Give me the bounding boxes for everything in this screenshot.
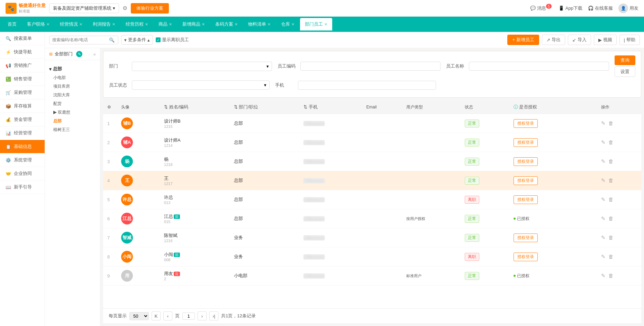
auth-button[interactable]: 授权登录 (514, 119, 538, 128)
sidebar-item-sales[interactable]: 💹 销售管理 (0, 72, 45, 86)
edit-icon[interactable]: ✎ (601, 215, 606, 222)
tab-customer[interactable]: 客户联络✕ (22, 18, 54, 30)
import-button[interactable]: ↙ 导入 (568, 35, 591, 45)
sidebar-item-shortcut[interactable]: ⚡ 快捷导航 (0, 45, 45, 59)
tab-warehouse[interactable]: 仓库✕ (276, 18, 299, 30)
tab-bom[interactable]: 物料清单✕ (243, 18, 275, 30)
sidebar-item-inventory[interactable]: 📦 库存核算 (0, 99, 45, 113)
sidebar-item-system[interactable]: ⚙️ 系统管理 (0, 153, 45, 167)
system-title[interactable]: 装备及固定资产辅助管理系统 ▾ (49, 3, 119, 13)
search-bar[interactable]: 🔍 (49, 36, 118, 44)
col-dept[interactable]: ⇅ 部门/职位 (230, 100, 300, 114)
row-email (362, 266, 402, 285)
auth-button[interactable]: 授权登录 (514, 253, 538, 261)
tab-business-status[interactable]: 经营情况✕ (55, 18, 87, 30)
app-download-item[interactable]: 📱 App下载 (559, 5, 582, 11)
sidebar-item-purchase[interactable]: 🛒 采购管理 (0, 86, 45, 99)
chevron-down-icon: ▾ (266, 64, 269, 69)
delete-icon[interactable]: 🗑 (608, 273, 614, 279)
user-item[interactable]: 👤 用友 (618, 3, 638, 13)
main-layout: 🔍 搜索菜单 ⚡ 快捷导航 📢 营销推广 💹 销售管理 🛒 采购管理 📦 库存核… (0, 32, 644, 326)
help-button[interactable]: | 帮助 (619, 35, 640, 45)
dept-header-zongbu[interactable]: ▾ 总部 (45, 64, 100, 73)
tab-barcode[interactable]: 条码方案✕ (210, 18, 243, 30)
settings-icon[interactable]: ⚙ (123, 5, 127, 11)
tab-goods[interactable]: 商品✕ (154, 18, 177, 30)
auth-button[interactable]: 授权登录 (514, 138, 538, 147)
dept-item-peihuo[interactable]: 配货 (45, 99, 100, 108)
page-number-input[interactable] (182, 312, 195, 320)
dept-item-project[interactable]: 项目库房 (45, 82, 100, 91)
set-button[interactable]: 设置 (615, 67, 635, 77)
tab-add-goods[interactable]: 新增商品✕ (178, 18, 210, 30)
sidebar-item-search[interactable]: 🔍 搜索菜单 (0, 32, 45, 45)
dept-item-shenyang[interactable]: 沈阳大库 (45, 91, 100, 99)
sidebar-item-collab[interactable]: 🤝 企业协同 (0, 167, 45, 180)
col-phone[interactable]: ⇅ 手机 (299, 100, 362, 114)
delete-icon[interactable]: 🗑 (608, 120, 614, 126)
sidebar-item-operations[interactable]: 📊 经营管理 (0, 126, 45, 140)
query-button[interactable]: 查询 (615, 55, 635, 65)
collapse-icon[interactable]: « (93, 52, 96, 57)
dept-item-zongbu[interactable]: 总部 (45, 117, 100, 125)
edit-icon[interactable]: ✎ (601, 158, 606, 165)
edit-icon[interactable]: ✎ (601, 273, 606, 279)
view-button[interactable]: ▶ 视频 (594, 35, 617, 45)
search-input[interactable] (52, 37, 108, 42)
col-settings[interactable]: ⚙ (103, 100, 117, 114)
edit-icon[interactable]: ✎ (601, 196, 606, 203)
phone-input[interactable] (298, 81, 436, 90)
delete-icon[interactable]: 🗑 (608, 215, 614, 222)
edit-icon[interactable]: ✎ (601, 254, 606, 260)
delete-icon[interactable]: 🗑 (608, 177, 614, 184)
auth-button[interactable]: 授权登录 (514, 157, 538, 166)
row-email (362, 114, 402, 133)
delete-icon[interactable]: 🗑 (608, 254, 614, 260)
dept-item-xiaodian[interactable]: 小电部 (45, 73, 100, 82)
dept-item-zhishu[interactable]: 植树王三 (45, 125, 100, 134)
edit-icon[interactable]: ✎ (601, 177, 606, 184)
more-conditions-btn[interactable]: ▾ 更多条件 ▴ (121, 35, 153, 45)
add-employee-button[interactable]: + 新增员工 (507, 35, 539, 45)
top-bar-left: 🐾 畅捷通好生意 标准版 装备及固定资产辅助管理系统 ▾ ⚙ 体验行业方案 (6, 2, 169, 14)
emp-name-input[interactable] (469, 62, 609, 71)
edit-icon[interactable]: ✎ (601, 120, 606, 126)
delete-icon[interactable]: 🗑 (608, 196, 614, 203)
first-page-button[interactable]: K (152, 311, 161, 320)
avatar-circle: 辅B (121, 117, 133, 129)
delete-icon[interactable]: 🗑 (608, 139, 614, 146)
edit-icon[interactable]: ✎ (601, 235, 606, 241)
trial-button[interactable]: 体验行业方案 (131, 3, 169, 14)
tab-history[interactable]: 经营历程✕ (121, 18, 153, 30)
message-item[interactable]: 💬 消息 5 (530, 5, 553, 11)
delete-icon[interactable]: 🗑 (608, 158, 614, 165)
emp-code-input[interactable] (300, 62, 441, 71)
tab-employees[interactable]: 部门员工✕ (300, 18, 332, 30)
delete-icon[interactable]: 🗑 (608, 235, 614, 241)
sidebar-item-finance[interactable]: 💰 资金管理 (0, 113, 45, 126)
auth-button[interactable]: 授权登录 (514, 176, 538, 185)
prev-page-button[interactable]: ‹ (163, 311, 172, 320)
online-service-item[interactable]: 🎧 在线客服 (588, 5, 613, 11)
edit-icon[interactable]: ✎ (601, 139, 606, 146)
auth-button[interactable]: 授权登录 (514, 195, 538, 204)
sidebar-item-guide[interactable]: 📖 新手引导 (0, 180, 45, 194)
next-page-button[interactable]: › (198, 311, 207, 320)
dept-select[interactable]: ▾ (132, 62, 272, 71)
col-name[interactable]: ⇅ 姓名/编码 (160, 100, 230, 114)
show-resigned-toggle[interactable]: ✓ 显示离职员工 (156, 37, 189, 43)
sidebar-item-marketing[interactable]: 📢 营销推广 (0, 59, 45, 72)
export-button[interactable]: ↗ 导出 (542, 35, 565, 45)
row-email (362, 133, 402, 152)
row-phone: 138xxxxxx (299, 114, 362, 133)
tab-home[interactable]: 首页 (3, 18, 21, 30)
sidebar-item-basic-info[interactable]: 📋 基础信息 (0, 140, 45, 153)
last-page-button[interactable]: ›| (209, 311, 218, 320)
row-extra (579, 190, 597, 209)
table-header-row: ⚙ 头像 ⇅ 姓名/编码 ⇅ 部门/职位 ⇅ 手机 (103, 100, 641, 114)
dept-item-shuangluxiang[interactable]: ▶ 双鹿想 (45, 108, 100, 117)
per-page-select[interactable]: 50 20 100 (129, 312, 149, 320)
emp-status-select[interactable]: ▾ (132, 80, 270, 90)
auth-button[interactable]: 授权登录 (514, 234, 538, 242)
tab-profit[interactable]: 利润报告✕ (88, 18, 120, 30)
